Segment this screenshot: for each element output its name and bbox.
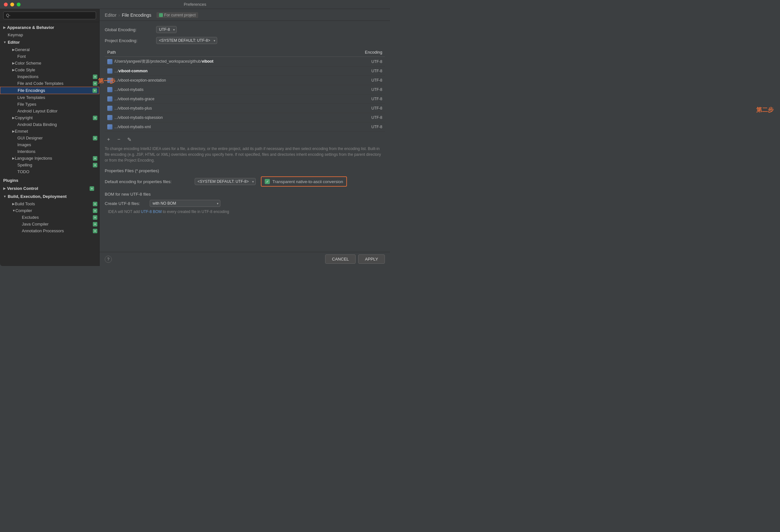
sync-badge: ≡ — [93, 75, 97, 79]
sidebar-item-label: Font — [17, 54, 26, 59]
close-button[interactable] — [4, 3, 8, 6]
folder-icon — [107, 87, 112, 92]
table-row[interactable]: .../viboot-mybatisUTF-8 — [105, 85, 385, 94]
bom-info-prefix: IDEA will NOT add — [108, 209, 141, 214]
file-path: /Users/yangwei/资源/protected_workspaces/g… — [114, 59, 213, 64]
create-utf8-select[interactable]: with NO BOM — [150, 200, 221, 207]
sidebar-item-keymap[interactable]: Keymap — [0, 32, 99, 38]
maximize-button[interactable] — [17, 3, 20, 6]
sidebar-item-copyright[interactable]: ▶ Copyright ≡ — [0, 114, 99, 121]
sync-badge: ≡ — [93, 163, 97, 167]
titlebar: Preferences — [0, 0, 390, 9]
sidebar-item-android-data-binding[interactable]: Android Data Binding — [0, 121, 99, 128]
minimize-button[interactable] — [10, 3, 14, 6]
global-encoding-select-wrapper: UTF-8 — [156, 26, 177, 33]
sidebar-item-general[interactable]: ▶ General — [0, 46, 99, 53]
sidebar-item-code-style[interactable]: ▶ Code Style — [0, 66, 99, 73]
chevron-down-icon: ▼ — [12, 209, 15, 212]
sidebar-item-images[interactable]: Images — [0, 141, 99, 148]
chevron-icon: ▶ — [3, 187, 6, 190]
file-encoding: UTF-8 — [338, 113, 385, 123]
file-encoding: UTF-8 — [338, 104, 385, 113]
sidebar-item-build-tools[interactable]: ▶ Build Tools ≡ — [0, 200, 99, 207]
sidebar-item-editor[interactable]: ▼ Editor — [0, 38, 99, 46]
main-content: ▶ Appearance & Behavior Keymap ▼ Editor … — [0, 9, 390, 266]
help-button[interactable]: ? — [105, 256, 112, 263]
global-encoding-select[interactable]: UTF-8 — [156, 26, 177, 33]
sidebar-item-live-templates[interactable]: Live Templates — [0, 94, 99, 101]
edit-path-button[interactable]: ✎ — [125, 136, 133, 143]
sidebar-item-compiler[interactable]: ▼ Compiler ≡ — [0, 207, 99, 214]
sync-badge: ≡ — [93, 116, 97, 120]
chevron-icon: ▶ — [12, 156, 15, 160]
right-panel: Editor › File Encodings For current proj… — [100, 9, 390, 266]
sidebar-item-todo[interactable]: TODO — [0, 168, 99, 175]
apply-button[interactable]: APPLY — [358, 254, 385, 264]
table-row[interactable]: .../viboot-mybatis-sqlsessionUTF-8 — [105, 113, 385, 123]
breadcrumb-parent: Editor — [105, 12, 116, 18]
sidebar-item-intentions[interactable]: Intentions — [0, 148, 99, 155]
global-encoding-label: Global Encoding: — [105, 27, 156, 32]
sidebar-item-label: Appearance & Behavior — [7, 25, 54, 30]
search-input[interactable] — [3, 11, 96, 19]
sidebar-item-file-code-templates[interactable]: File and Code Templates ≡ — [0, 80, 99, 87]
sidebar-item-annotation-processors[interactable]: Annotation Processors ≡ — [0, 228, 99, 234]
file-table-toolbar: + − ✎ — [105, 136, 385, 143]
folder-icon — [107, 68, 112, 74]
folder-icon — [107, 59, 112, 64]
sidebar-item-label: Color Scheme — [15, 61, 41, 65]
project-encoding-select[interactable]: <SYSTEM DEFAULT: UTF-8> — [156, 37, 217, 44]
sync-badge: ≡ — [93, 81, 97, 86]
properties-encoding-label: Default encoding for properties files: — [105, 179, 195, 184]
sidebar-item-file-types[interactable]: File Types — [0, 101, 99, 108]
table-row[interactable]: .../viboot-commonUTF-8 — [105, 66, 385, 76]
transparent-conversion-checkbox[interactable]: ✓ — [265, 179, 270, 184]
sidebar-item-language-injections[interactable]: ▶ Language Injections ≡ — [0, 155, 99, 161]
sidebar-item-font[interactable]: Font — [0, 53, 99, 60]
properties-section-title: Properties Files (*.properties) — [105, 168, 385, 173]
sidebar-item-excludes[interactable]: Excludes ≡ — [0, 214, 99, 221]
breadcrumb-separator: › — [118, 12, 120, 18]
file-encoding: UTF-8 — [338, 66, 385, 76]
sidebar-item-plugins[interactable]: Plugins — [0, 176, 99, 184]
encoding-info-text: To change encoding IntelliJ IDEA uses fo… — [105, 146, 385, 163]
sidebar-item-label: File and Code Templates — [17, 81, 93, 86]
bom-section: BOM for new UTF-8 files Create UTF-8 fil… — [105, 192, 385, 214]
folder-icon — [107, 124, 112, 130]
sidebar-item-label: File Types — [17, 102, 36, 107]
sidebar-item-version-control[interactable]: ▶ Version Control ≡ — [0, 184, 99, 192]
bom-info-suffix: to every created file in UTF-8 encoding — [161, 209, 229, 214]
sidebar-item-appearance[interactable]: ▶ Appearance & Behavior — [0, 23, 99, 32]
transparent-conversion-label: Transparent native-to-ascii conversion — [273, 179, 343, 184]
remove-path-button[interactable]: − — [115, 136, 123, 143]
sidebar-item-android-layout[interactable]: Android Layout Editor — [0, 108, 99, 114]
cancel-button[interactable]: CANCEL — [325, 254, 356, 264]
table-row[interactable]: .../viboot-exception-annotationUTF-8 — [105, 76, 385, 85]
sidebar-item-build-execution[interactable]: ▼ Build, Execution, Deployment — [0, 192, 99, 200]
properties-encoding-select[interactable]: <SYSTEM DEFAULT: UTF-8> — [195, 178, 256, 185]
table-row[interactable]: .../viboot-mybatis-graceUTF-8 — [105, 94, 385, 104]
file-encoding: UTF-8 — [338, 76, 385, 85]
traffic-lights — [4, 3, 20, 6]
sidebar-item-inspections[interactable]: Inspections ≡ — [0, 73, 99, 80]
sidebar-item-color-scheme[interactable]: ▶ Color Scheme — [0, 60, 99, 66]
sidebar-item-label: Intentions — [17, 149, 35, 154]
sidebar-item-emmet[interactable]: ▶ Emmet — [0, 128, 99, 135]
sidebar-item-label: Plugins — [3, 178, 18, 183]
table-row[interactable]: .../viboot-mybatis-xmlUTF-8 — [105, 123, 385, 132]
table-row[interactable]: /Users/yangwei/资源/protected_workspaces/g… — [105, 57, 385, 66]
sidebar-item-gui-designer[interactable]: GUI Designer ≡ — [0, 135, 99, 141]
file-encoding: UTF-8 — [338, 85, 385, 94]
sidebar: ▶ Appearance & Behavior Keymap ▼ Editor … — [0, 9, 100, 266]
chevron-down-icon: ▼ — [3, 195, 6, 198]
sidebar-item-java-compiler[interactable]: Java Compiler ≡ — [0, 221, 99, 228]
chevron-icon: ▶ — [12, 202, 15, 206]
create-utf8-row: Create UTF-8 files: with NO BOM — [105, 200, 385, 207]
sidebar-item-label: Android Data Binding — [17, 122, 57, 127]
sidebar-item-file-encodings[interactable]: File Encodings ≡ — [0, 87, 99, 94]
sidebar-item-label: Compiler — [15, 208, 93, 213]
table-row[interactable]: .../viboot-mybatis-plusUTF-8 — [105, 104, 385, 113]
sidebar-item-spelling[interactable]: Spelling ≡ — [0, 161, 99, 168]
add-path-button[interactable]: + — [105, 136, 112, 143]
chevron-icon: ▶ — [12, 48, 15, 51]
